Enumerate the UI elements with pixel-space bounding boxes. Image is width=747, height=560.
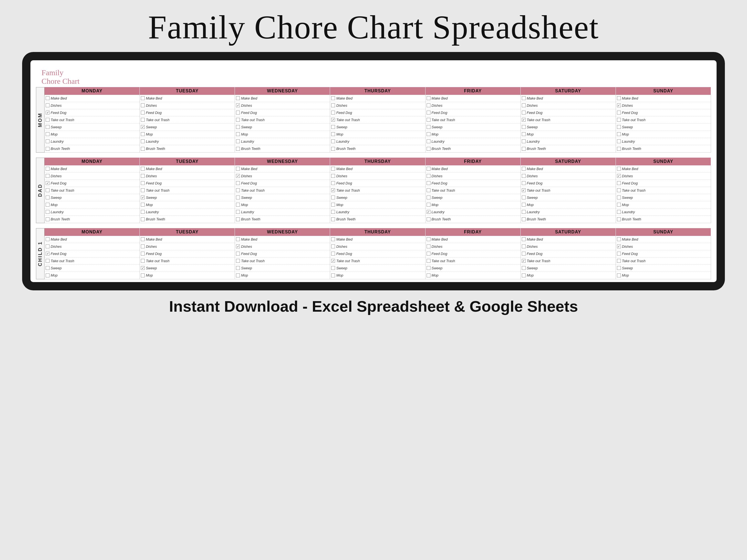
checkbox[interactable] [141,167,145,170]
checkbox[interactable] [236,188,240,192]
chore-item[interactable]: Take out Trash [140,116,235,124]
chore-item[interactable]: Feed Dog [235,250,330,258]
checkbox[interactable] [427,96,431,100]
chore-item[interactable]: Laundry [521,209,616,216]
checkbox[interactable] [617,266,621,270]
chore-item[interactable]: Feed Dog [140,109,235,116]
checkbox[interactable] [617,174,621,178]
chore-item[interactable]: Make Bed [235,95,330,102]
checkbox[interactable] [46,195,50,199]
chore-item[interactable]: Dishes [426,172,520,180]
checkbox[interactable] [141,132,145,136]
chore-item[interactable]: Feed Dog [426,180,520,187]
chore-item[interactable]: Mop [426,131,520,138]
chore-item[interactable]: Mop [521,131,616,138]
chore-item[interactable]: Dishes [140,172,235,180]
chore-item[interactable]: Mop [140,272,235,279]
checkbox[interactable] [236,259,240,263]
checkbox[interactable] [522,266,526,270]
checkbox[interactable] [141,195,145,199]
checkbox[interactable] [617,217,621,221]
chore-item[interactable]: Dishes [45,102,139,109]
chore-item[interactable]: Make Bed [616,236,711,243]
chore-item[interactable]: Sweep [616,124,711,131]
chore-item[interactable]: Mop [140,131,235,138]
checkbox[interactable] [141,217,145,221]
chore-item[interactable]: Brush Teeth [521,145,616,152]
checkbox[interactable] [617,132,621,136]
checkbox[interactable] [522,252,526,256]
chore-item[interactable]: Mop [616,131,711,138]
chore-item[interactable]: Sweep [521,124,616,131]
checkbox[interactable] [46,203,50,207]
checkbox[interactable] [141,181,145,185]
checkbox[interactable] [46,210,50,214]
checkbox[interactable] [46,96,50,100]
chore-item[interactable]: Take out Trash [330,116,425,124]
chore-item[interactable]: Sweep [330,265,425,272]
chore-item[interactable]: Laundry [45,138,139,145]
chore-item[interactable]: Laundry [426,138,520,145]
checkbox[interactable] [522,203,526,207]
checkbox[interactable] [331,266,335,270]
chore-item[interactable]: Sweep [330,194,425,201]
chore-item[interactable]: Feed Dog [616,109,711,116]
chore-item[interactable]: Feed Dog [330,180,425,187]
checkbox[interactable] [427,181,431,185]
checkbox[interactable] [46,181,50,185]
checkbox[interactable] [46,273,50,277]
checkbox[interactable] [331,181,335,185]
checkbox[interactable] [617,244,621,248]
checkbox[interactable] [427,139,431,143]
checkbox[interactable] [617,252,621,256]
checkbox[interactable] [141,125,145,129]
chore-item[interactable]: Make Bed [45,95,139,102]
chore-item[interactable]: Mop [45,131,139,138]
checkbox[interactable] [236,266,240,270]
checkbox[interactable] [427,210,431,214]
checkbox[interactable] [522,118,526,122]
chore-item[interactable]: Dishes [45,172,139,180]
chore-item[interactable]: Dishes [140,243,235,250]
checkbox[interactable] [331,118,335,122]
checkbox[interactable] [427,125,431,129]
checkbox[interactable] [46,125,50,129]
checkbox[interactable] [46,259,50,263]
chore-item[interactable]: Take out Trash [140,258,235,265]
chore-item[interactable]: Feed Dog [521,250,616,258]
chore-item[interactable]: Laundry [330,209,425,216]
checkbox[interactable] [617,96,621,100]
checkbox[interactable] [236,203,240,207]
chore-item[interactable]: Sweep [426,194,520,201]
checkbox[interactable] [617,203,621,207]
checkbox[interactable] [522,167,526,170]
chore-item[interactable]: Sweep [235,265,330,272]
checkbox[interactable] [617,111,621,114]
checkbox[interactable] [522,147,526,151]
checkbox[interactable] [236,237,240,241]
checkbox[interactable] [522,273,526,277]
chore-item[interactable]: Make Bed [235,165,330,172]
checkbox[interactable] [141,237,145,241]
checkbox[interactable] [141,210,145,214]
chore-item[interactable]: Sweep [426,265,520,272]
chore-item[interactable]: Mop [616,272,711,279]
chore-item[interactable]: Dishes [330,243,425,250]
checkbox[interactable] [331,210,335,214]
chore-item[interactable]: Mop [140,201,235,209]
checkbox[interactable] [236,96,240,100]
checkbox[interactable] [331,273,335,277]
checkbox[interactable] [236,181,240,185]
checkbox[interactable] [522,259,526,263]
checkbox[interactable] [427,252,431,256]
chore-item[interactable]: Sweep [616,194,711,201]
chore-item[interactable]: Mop [330,272,425,279]
chore-item[interactable]: Sweep [521,194,616,201]
checkbox[interactable] [236,174,240,178]
checkbox[interactable] [331,195,335,199]
checkbox[interactable] [331,125,335,129]
chore-item[interactable]: Sweep [521,265,616,272]
chore-item[interactable]: Feed Dog [45,250,139,258]
checkbox[interactable] [141,96,145,100]
checkbox[interactable] [141,252,145,256]
